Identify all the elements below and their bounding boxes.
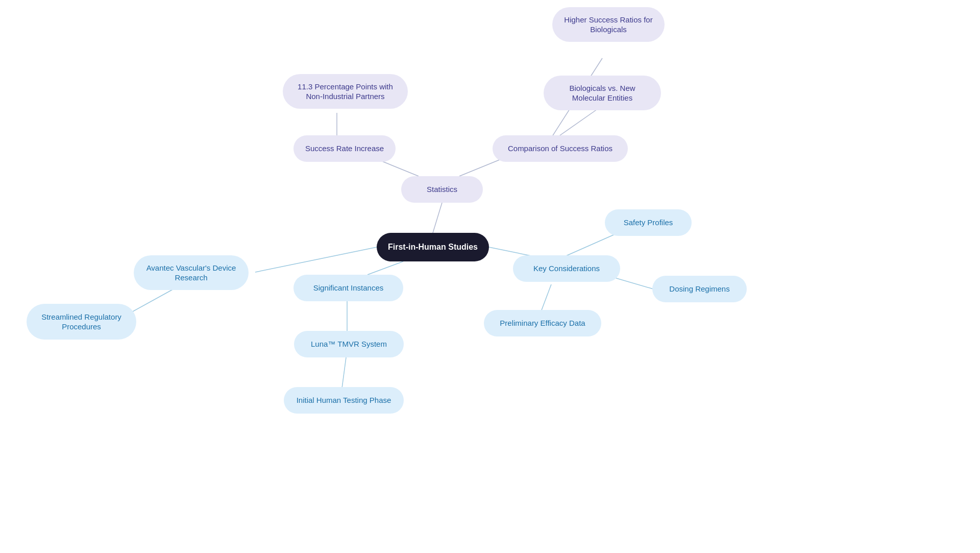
key-considerations-node[interactable]: Key Considerations — [513, 255, 620, 282]
safety-profiles-node[interactable]: Safety Profiles — [605, 209, 692, 236]
success-rate-node[interactable]: Success Rate Increase — [293, 135, 396, 162]
preliminary-efficacy-node[interactable]: Preliminary Efficacy Data — [484, 310, 601, 336]
biologicals-vs-node[interactable]: Biologicals vs. New Molecular Entities — [544, 76, 661, 110]
percentage-points-node[interactable]: 11.3 Percentage Points with Non-Industri… — [283, 74, 408, 109]
higher-success-node[interactable]: Higher Success Ratios for Biologicals — [552, 7, 665, 42]
initial-human-node[interactable]: Initial Human Testing Phase — [284, 387, 404, 414]
svg-line-12 — [342, 357, 346, 388]
svg-line-0 — [433, 203, 442, 233]
significant-instances-node[interactable]: Significant Instances — [293, 275, 403, 301]
statistics-node[interactable]: Statistics — [401, 176, 483, 203]
luna-tmvr-node[interactable]: Luna™ TMVR System — [294, 331, 404, 357]
svg-line-5 — [556, 109, 597, 138]
comparison-node[interactable]: Comparison of Success Ratios — [493, 135, 628, 162]
dosing-regimens-node[interactable]: Dosing Regimens — [652, 276, 747, 302]
avantec-node[interactable]: Avantec Vascular's Device Research — [134, 255, 249, 290]
svg-line-13 — [255, 247, 377, 272]
center-node[interactable]: First-in-Human Studies — [377, 233, 489, 261]
streamlined-node[interactable]: Streamlined Regulatory Procedures — [27, 304, 136, 340]
svg-line-10 — [368, 261, 403, 275]
svg-line-9 — [541, 284, 551, 311]
